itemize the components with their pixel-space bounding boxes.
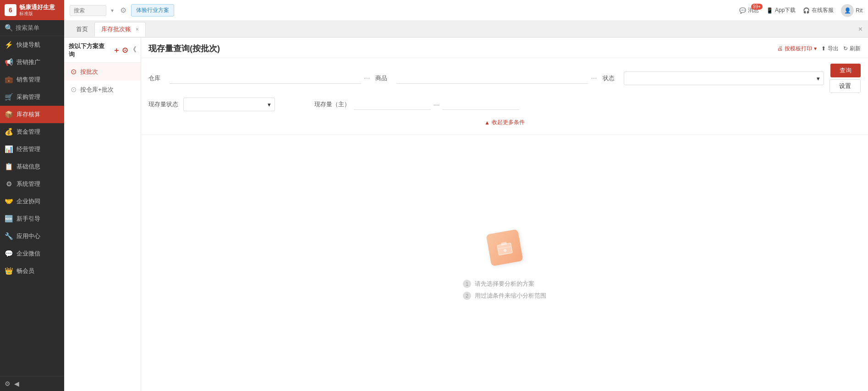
sidebar-footer: ⚙ ◀ <box>0 376 64 391</box>
right-panel: 现存量查询(按批次) 🖨 按模板打印 ▾ ⬆ 导出 ↻ 刷新 <box>141 38 868 391</box>
topbar-right: 💬 消息 99+ 📱 App下载 🎧 在线客服 👤 Rit <box>739 4 863 17</box>
inventory-status-filter: 现存量状态 ▾ <box>148 98 309 111</box>
page-title: 现存量查询(按批次) <box>148 43 777 54</box>
inventory-icon: 📦 <box>5 110 13 119</box>
marketing-icon: 📢 <box>5 58 13 66</box>
sidebar-header: 6 畅康通好生意 标准版 <box>0 0 64 20</box>
main-area: ▾ ⚙ 体验行业方案 💬 消息 99+ 📱 App下载 🎧 在线客服 👤 Rit <box>64 0 868 391</box>
page-header-actions: 🖨 按模板打印 ▾ ⬆ 导出 ↻ 刷新 <box>777 45 861 53</box>
online-service-btn[interactable]: 🎧 在线客服 <box>803 6 834 14</box>
refresh-button[interactable]: ↻ 刷新 <box>843 45 861 53</box>
search-icon: 🔍 <box>5 24 13 32</box>
goods-dots[interactable]: ··· <box>591 74 597 82</box>
sidebar-item-search[interactable]: 🔍 搜索菜单 <box>0 20 64 36</box>
export-icon: ⬆ <box>821 45 826 52</box>
print-icon: 🖨 <box>777 45 783 52</box>
topbar-gear-icon[interactable]: ⚙ <box>120 6 126 15</box>
goods-label: 商品 <box>375 74 394 82</box>
inventory-status-select[interactable]: ▾ <box>183 98 275 111</box>
goods-input[interactable] <box>396 73 588 84</box>
sidebar-item-finance[interactable]: 💰 资金管理 <box>0 123 64 141</box>
filter-row-1: 仓库 ··· 商品 ··· 状态 ▾ <box>148 64 861 93</box>
message-icon: 💬 <box>739 7 746 14</box>
filter-area: 仓库 ··· 商品 ··· 状态 ▾ <box>141 58 868 135</box>
collapse-panel-icon[interactable]: 《 <box>130 46 136 55</box>
left-panel-icons: ＋ ⊙ 《 <box>113 46 136 55</box>
sidebar-item-vip[interactable]: 👑 畅会员 <box>0 262 64 280</box>
app-download-label: App下载 <box>775 6 796 14</box>
warehouse-dots[interactable]: ··· <box>364 74 370 82</box>
sidebar-item-label: 营销推广 <box>16 58 40 66</box>
system-icon: ⚙ <box>5 180 13 188</box>
query-button[interactable]: 查询 <box>830 64 861 77</box>
warehouse-input[interactable] <box>170 73 361 84</box>
scheme-item-warehouse-batch[interactable]: ⊙ 按仓库+批次 <box>64 81 141 98</box>
inventory-status-arrow-icon: ▾ <box>268 101 271 108</box>
left-panel: 按以下方案查询 ＋ ⊙ 《 ⊙ 按批次 ⊙ 按仓库+批次 <box>64 38 141 391</box>
app-logo: 6 <box>5 4 16 16</box>
sidebar-item-newbie[interactable]: 🆕 新手引导 <box>0 210 64 228</box>
sidebar-item-label: 经营管理 <box>16 145 40 153</box>
enterprise-icon: 🤝 <box>5 197 13 206</box>
sidebar-item-operations[interactable]: 📊 经营管理 <box>0 141 64 158</box>
print-button[interactable]: 🖨 按模板打印 ▾ <box>777 45 817 53</box>
left-panel-title: 按以下方案查询 <box>69 42 109 59</box>
sidebar-item-label: 新手引导 <box>16 215 40 223</box>
inventory-qty-to[interactable] <box>442 99 519 110</box>
sidebar-item-sales[interactable]: 💼 销售管理 <box>0 71 64 88</box>
filter-row-2: 现存量状态 ▾ 现存量（主） — <box>148 98 861 111</box>
empty-icon-box <box>486 229 523 266</box>
tab-close-icon[interactable]: × <box>136 26 139 33</box>
settings-button[interactable]: 设置 <box>830 79 861 93</box>
topbar-search-input[interactable] <box>70 5 106 16</box>
sidebar-item-purchase[interactable]: 🛒 采购管理 <box>0 88 64 106</box>
sidebar-item-label: 企业协同 <box>16 197 40 206</box>
settings-footer-icon[interactable]: ⚙ <box>5 380 11 387</box>
empty-step-1: 1 请先选择要分析的方案 <box>463 278 546 290</box>
export-button[interactable]: ⬆ 导出 <box>821 45 839 53</box>
newbie-icon: 🆕 <box>5 215 13 223</box>
collapse-up-icon: ▲ <box>484 119 490 126</box>
status-select[interactable]: ▾ <box>624 71 824 85</box>
warehouse-label: 仓库 <box>148 74 167 82</box>
sidebar-item-system[interactable]: ⚙ 系统管理 <box>0 175 64 193</box>
sidebar-item-label: 畅会员 <box>16 267 34 275</box>
collapse-row[interactable]: ▲ 收起更多条件 <box>148 116 861 129</box>
headset-icon: 🎧 <box>803 7 810 14</box>
sidebar-item-quick-nav[interactable]: ⚡ 快捷导航 <box>0 36 64 54</box>
print-dropdown-icon[interactable]: ▾ <box>814 45 817 52</box>
content-area: 按以下方案查询 ＋ ⊙ 《 ⊙ 按批次 ⊙ 按仓库+批次 现存量查询(按批次) <box>64 38 868 391</box>
inventory-qty-from[interactable] <box>354 99 431 110</box>
sidebar-item-wechat[interactable]: 💬 企业微信 <box>0 245 64 262</box>
quick-nav-icon: ⚡ <box>5 41 13 49</box>
sidebar-item-marketing[interactable]: 📢 营销推广 <box>0 54 64 71</box>
finance-icon: 💰 <box>5 128 13 136</box>
collapse-label: 收起更多条件 <box>492 119 525 126</box>
status-filter: 状态 ▾ <box>603 71 824 85</box>
topbar-chevron-icon[interactable]: ▾ <box>111 7 114 14</box>
tab-home[interactable]: 首页 <box>70 22 94 36</box>
tab-inventory-batch[interactable]: 库存批次账 × <box>94 22 146 37</box>
add-scheme-icon[interactable]: ＋ <box>113 46 120 55</box>
trial-button[interactable]: 体验行业方案 <box>131 4 174 16</box>
topbar: ▾ ⚙ 体验行业方案 💬 消息 99+ 📱 App下载 🎧 在线客服 👤 Rit <box>64 0 868 21</box>
empty-step-2: 2 用过滤条件来缩小分析范围 <box>463 290 546 302</box>
collapse-sidebar-icon[interactable]: ◀ <box>14 380 19 387</box>
sidebar-item-label: 销售管理 <box>16 76 40 84</box>
user-area[interactable]: 👤 Rit <box>841 4 863 17</box>
messages-badge: 99+ <box>751 4 763 10</box>
tabbar-close-button[interactable]: × <box>858 25 863 33</box>
app-download-btn[interactable]: 📱 App下载 <box>766 6 796 14</box>
basics-icon: 📋 <box>5 163 13 171</box>
inventory-qty-label: 现存量（主） <box>314 100 351 109</box>
sidebar-item-apps[interactable]: 🔧 应用中心 <box>0 228 64 245</box>
sidebar-item-inventory[interactable]: 📦 库存核算 <box>0 106 64 123</box>
manage-scheme-icon[interactable]: ⊙ <box>122 46 128 55</box>
app-name: 畅康通好生意 <box>19 4 55 11</box>
empty-illustration <box>482 225 527 271</box>
sidebar-item-basics[interactable]: 📋 基础信息 <box>0 158 64 175</box>
sidebar-item-enterprise[interactable]: 🤝 企业协同 <box>0 193 64 210</box>
scheme-item-batch[interactable]: ⊙ 按批次 <box>64 63 141 81</box>
messages-btn[interactable]: 💬 消息 99+ <box>739 6 759 14</box>
sidebar-item-label: 库存核算 <box>16 110 40 119</box>
